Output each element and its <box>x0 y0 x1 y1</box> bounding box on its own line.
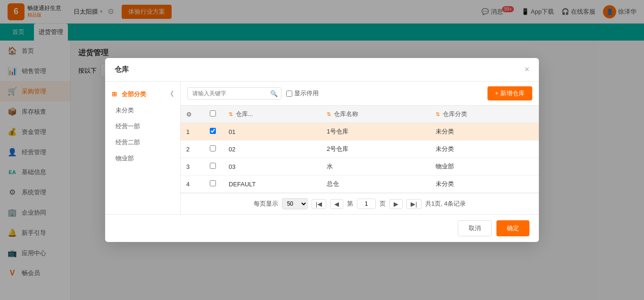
sort-icon-code: ⇅ <box>229 111 233 117</box>
show-disabled-checkbox[interactable] <box>286 91 292 97</box>
confirm-button[interactable]: 确定 <box>496 220 529 236</box>
category-item-unclassified[interactable]: 未分类 <box>105 102 180 118</box>
col-warehouse-code[interactable]: ⇅ 仓库... <box>223 106 321 123</box>
col-gear-icon[interactable]: ⚙ <box>186 111 192 118</box>
table-row[interactable]: 4 DEFAULT 总仓 未分类 <box>181 175 539 193</box>
page-unit: 页 <box>380 200 386 208</box>
table-row[interactable]: 1 01 1号仓库 未分类 <box>181 123 539 141</box>
category-all-header[interactable]: ⊞ 全部分类 《 <box>105 86 180 102</box>
modal-body: ⊞ 全部分类 《 未分类 经营一部 经营二部 物业部 <box>105 82 539 214</box>
table-header-row: ⚙ ⇅ 仓库... <box>181 106 539 123</box>
page-next-button[interactable]: ▶ <box>389 199 403 209</box>
row-num: 4 <box>181 175 204 193</box>
row-checkbox[interactable] <box>204 141 223 158</box>
warehouse-modal: 仓库 × ⊞ 全部分类 《 未分类 经营一部 <box>105 58 539 242</box>
category-panel: ⊞ 全部分类 《 未分类 经营一部 经营二部 物业部 <box>105 82 181 214</box>
show-disabled-label: 显示停用 <box>286 89 319 98</box>
row-code: 03 <box>223 158 321 175</box>
page-last-button[interactable]: ▶| <box>406 199 421 209</box>
row-checkbox[interactable] <box>204 158 223 175</box>
show-disabled-text: 显示停用 <box>294 89 319 98</box>
select-all-checkbox[interactable] <box>210 110 216 117</box>
table-row[interactable]: 3 03 水 物业部 <box>181 158 539 175</box>
modal-footer: 取消 确定 <box>105 214 539 242</box>
row-code: DEFAULT <box>223 175 321 193</box>
category-label-property: 物业部 <box>116 155 134 162</box>
sort-icon-category: ⇅ <box>436 111 440 117</box>
per-page-select[interactable]: 50 10 20 100 <box>282 198 308 209</box>
page-first-button[interactable]: |◀ <box>312 199 326 209</box>
category-label-unclassified: 未分类 <box>116 107 134 114</box>
search-input[interactable] <box>187 87 281 100</box>
modal-title: 仓库 <box>115 65 129 74</box>
row-checkbox[interactable] <box>204 175 223 193</box>
sort-icon-name: ⇅ <box>327 111 331 117</box>
search-input-wrap: 🔍 <box>187 87 281 100</box>
pagination: 每页显示 50 10 20 100 |◀ ◀ 第 页 ▶ ▶| 共1页, 4条记… <box>181 193 539 214</box>
page-input[interactable] <box>357 199 376 209</box>
row-category: 物业部 <box>430 158 539 175</box>
row-category: 未分类 <box>430 175 539 193</box>
row-checkbox[interactable] <box>204 123 223 141</box>
modal-backdrop: 仓库 × ⊞ 全部分类 《 未分类 经营一部 <box>0 0 644 300</box>
warehouse-table: ⚙ ⇅ 仓库... <box>181 106 539 193</box>
row-name: 1号仓库 <box>321 123 430 141</box>
row-name: 水 <box>321 158 430 175</box>
category-label-dept1: 经营一部 <box>116 123 140 130</box>
table-body: 1 01 1号仓库 未分类 2 02 2号仓库 未分类 3 03 水 物业部 4… <box>181 123 539 193</box>
row-num: 2 <box>181 141 204 158</box>
category-label-dept2: 经营二部 <box>116 139 140 146</box>
col-gear: ⚙ <box>181 106 204 123</box>
col-checkbox <box>204 106 223 123</box>
col-category-label: 仓库分类 <box>443 110 467 117</box>
search-bar: 🔍 显示停用 + 新增仓库 <box>181 82 539 106</box>
row-code: 02 <box>223 141 321 158</box>
page-prev-button[interactable]: ◀ <box>330 199 343 209</box>
row-name: 总仓 <box>321 175 430 193</box>
col-code-label: 仓库... <box>236 110 253 117</box>
table-panel: 🔍 显示停用 + 新增仓库 <box>181 82 539 214</box>
category-all-label: 全部分类 <box>122 91 146 98</box>
total-info: 共1页, 4条记录 <box>425 200 466 208</box>
per-page-label: 每页显示 <box>254 200 278 208</box>
col-name-label: 仓库名称 <box>334 110 358 117</box>
col-warehouse-category[interactable]: ⇅ 仓库分类 <box>430 106 539 123</box>
row-num: 1 <box>181 123 204 141</box>
row-category: 未分类 <box>430 123 539 141</box>
category-grid-icon: ⊞ <box>112 91 117 98</box>
col-warehouse-name[interactable]: ⇅ 仓库名称 <box>321 106 430 123</box>
add-warehouse-button[interactable]: + 新增仓库 <box>487 86 532 100</box>
cancel-button[interactable]: 取消 <box>458 220 492 236</box>
category-item-dept1[interactable]: 经营一部 <box>105 118 180 134</box>
search-icon[interactable]: 🔍 <box>270 90 278 97</box>
modal-header: 仓库 × <box>105 58 539 82</box>
category-item-property[interactable]: 物业部 <box>105 150 180 167</box>
row-category: 未分类 <box>430 141 539 158</box>
category-collapse-icon[interactable]: 《 <box>167 90 173 99</box>
category-item-dept2[interactable]: 经营二部 <box>105 134 180 150</box>
row-num: 3 <box>181 158 204 175</box>
modal-close-button[interactable]: × <box>524 65 529 75</box>
data-table: ⚙ ⇅ 仓库... <box>181 106 539 193</box>
page-label: 第 <box>347 200 353 208</box>
row-code: 01 <box>223 123 321 141</box>
row-name: 2号仓库 <box>321 141 430 158</box>
table-row[interactable]: 2 02 2号仓库 未分类 <box>181 141 539 158</box>
